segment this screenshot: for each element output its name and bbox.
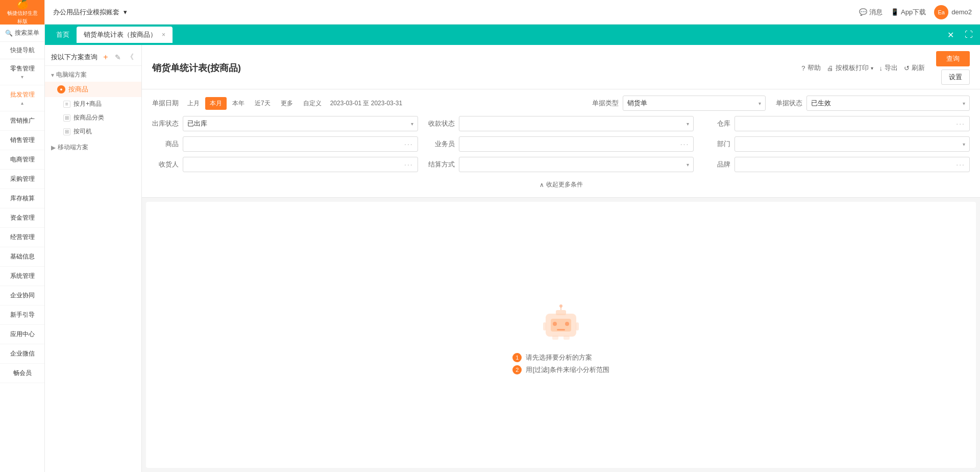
sidebar-item-enterprise[interactable]: 企业协同 xyxy=(0,286,44,305)
sidebar-item-system[interactable]: 系统管理 xyxy=(0,267,44,286)
sidebar-item-appcenter[interactable]: 应用中心 xyxy=(0,325,44,344)
sidebar-item-retail[interactable]: 零售管理 ▾ xyxy=(0,59,44,85)
message-icon: 💬 xyxy=(859,8,867,16)
page-title-bar: 销货单统计表(按商品) ? 帮助 🖨 按模板打印 ▾ ↓ xyxy=(142,45,980,89)
add-scheme-button[interactable]: + xyxy=(101,52,111,62)
date-tab-this-year[interactable]: 本年 xyxy=(228,97,249,110)
user-name: demo2 xyxy=(951,8,972,16)
sidebar-item-label: 营销推广 xyxy=(10,116,35,125)
sidebar-item-operation[interactable]: 经营管理 xyxy=(0,228,44,247)
date-tab-more[interactable]: 更多 xyxy=(276,97,298,110)
search-icon: 🔍 xyxy=(5,30,13,37)
panel-actions: + ✎ 《 xyxy=(101,52,135,62)
doc-status-value: 已生效 xyxy=(811,99,831,108)
warehouse-input[interactable]: ··· xyxy=(734,116,970,131)
left-panel-header: 按以下方案查询 + ✎ 《 xyxy=(45,49,141,66)
user-info[interactable]: Ea demo2 xyxy=(934,5,972,19)
chevron-icon: ▴ xyxy=(21,100,23,106)
out-status-input[interactable]: 已出库 ▾ xyxy=(183,116,418,131)
doc-type-input[interactable]: 销货单 ▾ xyxy=(623,96,766,111)
dropdown-arrow-icon: ▾ xyxy=(963,141,965,147)
sidebar-item-inventory[interactable]: 库存核算 xyxy=(0,189,44,208)
svg-rect-11 xyxy=(564,336,570,340)
print-button[interactable]: 🖨 按模板打印 ▾ xyxy=(827,63,873,73)
sidebar-item-sales[interactable]: 销售管理 xyxy=(0,131,44,150)
collapse-filter-button[interactable]: ∧ 收起更多条件 xyxy=(152,177,970,191)
pay-status-field: 收款状态 ▾ xyxy=(428,116,694,131)
scheme-by-month-product[interactable]: ≡ 按月+商品 xyxy=(45,97,141,111)
sidebar-item-basic[interactable]: 基础信息 xyxy=(0,247,44,267)
brand-field: 品牌 ··· xyxy=(704,157,970,172)
date-tab-current-month[interactable]: 本月 xyxy=(205,97,227,110)
receiver-label: 收货人 xyxy=(152,160,179,169)
doc-status-label: 单据状态 xyxy=(776,99,802,108)
svg-point-3 xyxy=(565,322,569,326)
sidebar-item-label: 采购管理 xyxy=(10,175,35,183)
filter-area: 单据日期 上月 本月 本年 近7天 更多 自定义 2023-03-01 至 20… xyxy=(142,89,980,198)
salesperson-input[interactable]: ··· xyxy=(459,136,694,152)
date-tab-7days[interactable]: 近7天 xyxy=(250,97,275,110)
sidebar-item-purchase[interactable]: 采购管理 xyxy=(0,170,44,189)
page-title: 销货单统计表(按商品) xyxy=(152,62,241,74)
pay-status-input[interactable]: ▾ xyxy=(459,116,694,131)
department-input[interactable]: ▾ xyxy=(734,136,970,152)
right-content: 销货单统计表(按商品) ? 帮助 🖨 按模板打印 ▾ ↓ xyxy=(142,45,980,472)
desktop-group-title[interactable]: ▾ 电脑端方案 xyxy=(45,68,141,82)
svg-rect-9 xyxy=(576,322,579,331)
scheme-by-scanner[interactable]: ⊞ 按司机 xyxy=(45,125,141,138)
mobile-group-title[interactable]: ▶ 移动端方案 xyxy=(45,140,141,154)
collapse-panel-button[interactable]: 《 xyxy=(125,52,135,62)
refresh-button[interactable]: ↺ 刷新 xyxy=(904,63,925,73)
sidebar-item-label: 资金管理 xyxy=(10,214,35,222)
tab-active[interactable]: 销货单统计表（按商品） × xyxy=(77,27,173,43)
tab-minimize-button[interactable]: ✕ xyxy=(943,28,958,42)
help-button[interactable]: ? 帮助 xyxy=(801,63,820,73)
sidebar-item-marketing[interactable]: 营销推广 xyxy=(0,111,44,131)
tab-bar-actions: ✕ ⛶ xyxy=(943,28,976,42)
settlement-input[interactable]: ▾ xyxy=(459,157,694,172)
collapse-label: 收起更多条件 xyxy=(546,180,583,189)
search-menu-button[interactable]: 🔍 搜索菜单 xyxy=(0,25,44,42)
header-right-actions: ? 帮助 🖨 按模板打印 ▾ ↓ 导出 ↺ xyxy=(801,51,970,85)
quick-nav-button[interactable]: 快捷导航 xyxy=(0,42,44,59)
tip-text-1: 请先选择要分析的方案 xyxy=(526,353,592,362)
sidebar-item-label: 电商管理 xyxy=(10,155,35,164)
sidebar-item-finance[interactable]: 资金管理 xyxy=(0,208,44,228)
sub-scheme-label: 按商品分类 xyxy=(74,113,104,122)
product-input[interactable]: ··· xyxy=(183,136,418,152)
app-name-area[interactable]: 办公用品行业模拟账套 ▾ xyxy=(53,8,127,17)
mobile-group-label: 移动端方案 xyxy=(58,143,88,152)
date-tab-last-month[interactable]: 上月 xyxy=(183,97,204,110)
receiver-input[interactable]: ··· xyxy=(183,157,418,172)
app-name-label: 办公用品行业模拟账套 xyxy=(53,8,119,17)
search-menu-label: 搜索菜单 xyxy=(15,29,39,37)
sidebar-item-member[interactable]: 畅会员 xyxy=(0,364,44,383)
scheme-by-product[interactable]: ● 按商品 xyxy=(45,82,141,97)
edit-scheme-button[interactable]: ✎ xyxy=(113,52,123,62)
sidebar-item-label: 经营管理 xyxy=(10,233,35,242)
tab-maximize-button[interactable]: ⛶ xyxy=(962,28,976,42)
message-button[interactable]: 💬 消息 xyxy=(859,8,883,17)
sidebar-item-ecommerce[interactable]: 电商管理 xyxy=(0,150,44,170)
scheme-by-category[interactable]: ⊞ 按商品分类 xyxy=(45,111,141,125)
sidebar-item-weixin[interactable]: 企业微信 xyxy=(0,344,44,364)
chevron-down-icon: ▾ xyxy=(51,72,54,79)
tab-close-icon[interactable]: × xyxy=(162,31,165,38)
sidebar-item-label: 畅会员 xyxy=(13,369,32,377)
app-download-button[interactable]: 📱 App下载 xyxy=(891,8,926,17)
date-tab-custom[interactable]: 自定义 xyxy=(299,97,326,110)
filter-row-4: 收货人 ··· 结算方式 ▾ 品牌 xyxy=(152,157,970,172)
sidebar-item-wholesale[interactable]: 批发管理 ▴ xyxy=(0,85,44,111)
doc-status-input[interactable]: 已生效 ▾ xyxy=(806,96,970,111)
sidebar-item-newbie[interactable]: 新手引导 xyxy=(0,305,44,325)
brand-input[interactable]: ··· xyxy=(734,157,970,172)
settings-button[interactable]: 设置 xyxy=(941,69,970,85)
header-right: 💬 消息 📱 App下载 Ea demo2 xyxy=(859,5,972,19)
tab-bar: 首页 销货单统计表（按商品） × ✕ ⛶ xyxy=(45,25,980,45)
date-tabs: 上月 本月 本年 近7天 更多 自定义 xyxy=(183,97,326,110)
query-button[interactable]: 查询 xyxy=(936,51,970,66)
help-label: 帮助 xyxy=(807,63,821,73)
tab-home[interactable]: 首页 xyxy=(49,27,77,43)
export-button[interactable]: ↓ 导出 xyxy=(879,63,898,73)
empty-state: 1 请先选择要分析的方案 2 用[过滤]条件来缩小分析范围 xyxy=(512,296,609,374)
